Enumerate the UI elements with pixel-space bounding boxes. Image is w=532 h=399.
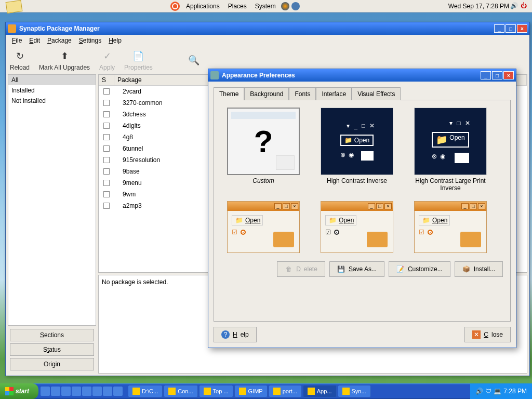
tab-background[interactable]: Background bbox=[244, 87, 289, 100]
sections-button[interactable]: Sections bbox=[10, 329, 94, 341]
close-dialog-button[interactable]: ✕Close bbox=[464, 327, 511, 342]
tab-visual-effects[interactable]: Visual Effects bbox=[352, 87, 401, 100]
install-button[interactable]: 📦Install... bbox=[455, 261, 503, 277]
system-tray[interactable]: 🔊 🛡 💻 7:28 PM bbox=[470, 383, 532, 399]
system-menu[interactable]: System bbox=[251, 2, 280, 11]
menu-settings[interactable]: Settings bbox=[76, 36, 104, 45]
xp-taskbar: start D:\C...Con...Top ...GIMPport...App… bbox=[0, 383, 532, 399]
search-button[interactable]: 🔍 bbox=[187, 54, 201, 67]
tab-interface[interactable]: Interface bbox=[316, 87, 352, 100]
applications-menu[interactable]: Applications bbox=[182, 2, 224, 11]
theme-human-2[interactable]: _□× 📁Open ☑ bbox=[315, 201, 399, 253]
taskbar-task[interactable]: Con... bbox=[164, 385, 197, 397]
firefox-icon[interactable] bbox=[281, 2, 289, 10]
taskbar-task[interactable]: Syn... bbox=[338, 385, 371, 397]
windows-logo-icon bbox=[5, 387, 14, 395]
quick-launch bbox=[38, 387, 125, 396]
theme-label: High Contrast Large Print Inverse bbox=[408, 177, 493, 192]
synaptic-title: Synaptic Package Manager bbox=[19, 25, 493, 32]
menu-file[interactable]: File bbox=[9, 36, 25, 45]
mark-upgrades-button[interactable]: ⬆Mark All Upgrades bbox=[39, 49, 90, 71]
appearance-title: Appearance Preferences bbox=[222, 72, 480, 79]
minimize-button[interactable]: _ bbox=[494, 24, 504, 33]
theme-label: High Contrast Inverse bbox=[327, 177, 387, 184]
apply-button: ✓Apply bbox=[99, 49, 115, 71]
menu-help[interactable]: Help bbox=[105, 36, 125, 45]
synaptic-app-icon bbox=[8, 24, 16, 33]
tray-icon[interactable]: 💻 bbox=[494, 388, 501, 395]
save-icon: 💾 bbox=[337, 265, 345, 273]
origin-button[interactable]: Origin bbox=[10, 358, 94, 370]
taskbar-task[interactable]: App... bbox=[303, 385, 337, 397]
taskbar-task[interactable]: port... bbox=[269, 385, 302, 397]
ql-icon[interactable] bbox=[51, 387, 60, 396]
menu-package[interactable]: Package bbox=[44, 36, 75, 45]
reload-icon: ↻ bbox=[13, 49, 26, 63]
start-button[interactable]: start bbox=[0, 383, 38, 399]
tray-icon[interactable]: 🛡 bbox=[485, 388, 491, 395]
help-button[interactable]: ?Help bbox=[214, 327, 257, 342]
clock[interactable]: Wed Sep 17, 7:28 PM bbox=[448, 3, 509, 10]
taskbar-tasks: D:\C...Con...Top ...GIMPport...App...Syn… bbox=[125, 385, 470, 397]
volume-icon[interactable]: 🔊 bbox=[510, 2, 518, 10]
ql-icon[interactable] bbox=[82, 387, 91, 396]
detail-text: No package is selected. bbox=[102, 278, 168, 286]
theme-custom[interactable]: ? Custom bbox=[221, 108, 305, 192]
menu-edit[interactable]: Edit bbox=[26, 36, 43, 45]
tab-fonts[interactable]: Fonts bbox=[289, 87, 316, 100]
appearance-app-icon bbox=[210, 71, 219, 79]
theme-hc-inverse[interactable]: ▾_□✕ 📁 Open ⊗◉ High Contrast Inverse bbox=[315, 108, 399, 192]
appr-maximize-button[interactable]: □ bbox=[492, 71, 502, 79]
ql-icon[interactable] bbox=[113, 387, 123, 396]
help-icon: ? bbox=[221, 330, 230, 339]
upgrade-icon: ⬆ bbox=[58, 49, 71, 63]
appearance-titlebar[interactable]: Appearance Preferences _ □ × bbox=[208, 69, 516, 82]
save-as-button[interactable]: 💾Save As... bbox=[329, 261, 384, 277]
ql-icon[interactable] bbox=[72, 387, 81, 396]
apply-icon: ✓ bbox=[100, 49, 114, 63]
theme-grid: ? Custom ▾_□✕ 📁 Open ⊗◉ High Contrast In… bbox=[221, 108, 503, 253]
synaptic-menubar: File Edit Package Settings Help bbox=[6, 35, 529, 46]
category-list[interactable]: All Installed Not installed bbox=[8, 74, 96, 326]
status-button[interactable]: Status bbox=[10, 343, 94, 356]
category-all[interactable]: All bbox=[8, 75, 96, 85]
help-icon[interactable] bbox=[291, 2, 300, 10]
ubuntu-logo-icon[interactable] bbox=[170, 2, 180, 11]
synaptic-titlebar[interactable]: Synaptic Package Manager _ □ × bbox=[6, 22, 529, 35]
close-icon: ✕ bbox=[472, 330, 481, 339]
category-not-installed[interactable]: Not installed bbox=[8, 96, 96, 106]
ql-icon[interactable] bbox=[41, 387, 50, 396]
tab-theme[interactable]: Theme bbox=[214, 87, 244, 100]
theme-label: Custom bbox=[252, 177, 274, 184]
appearance-window: Appearance Preferences _ □ × Theme Backg… bbox=[208, 69, 516, 348]
reload-button[interactable]: ↻Reload bbox=[10, 49, 30, 71]
tray-clock[interactable]: 7:28 PM bbox=[503, 388, 527, 395]
close-button[interactable]: × bbox=[517, 24, 527, 33]
shutdown-icon[interactable]: ⏻ bbox=[521, 2, 529, 10]
taskbar-task[interactable]: D:\C... bbox=[128, 385, 163, 397]
appr-close-button[interactable]: × bbox=[503, 71, 514, 79]
tray-icon[interactable]: 🔊 bbox=[475, 388, 483, 395]
install-icon: 📦 bbox=[462, 265, 471, 273]
customize-button[interactable]: 📝Customize... bbox=[389, 261, 450, 277]
category-installed[interactable]: Installed bbox=[8, 85, 96, 96]
properties-button: 📄Properties bbox=[124, 49, 153, 71]
desktop-mail-icon[interactable] bbox=[6, 1, 25, 17]
ql-icon[interactable] bbox=[92, 387, 102, 396]
ql-icon[interactable] bbox=[103, 387, 112, 396]
taskbar-task[interactable]: Top ... bbox=[199, 385, 233, 397]
theme-human-1[interactable]: _□× 📁Open ☑ bbox=[221, 201, 305, 253]
ql-icon[interactable] bbox=[61, 387, 71, 396]
theme-human-3[interactable]: _□× 📁Open ☑ bbox=[408, 201, 493, 253]
maximize-button[interactable]: □ bbox=[506, 24, 516, 33]
places-menu[interactable]: Places bbox=[224, 2, 251, 11]
delete-button: 🗑Delete bbox=[277, 261, 325, 277]
appr-minimize-button[interactable]: _ bbox=[481, 71, 491, 79]
gnome-top-panel: Applications Places System Wed Sep 17, 7… bbox=[0, 0, 532, 12]
properties-icon: 📄 bbox=[131, 49, 145, 63]
theme-hc-large-inverse[interactable]: ▾□✕ 📁Open ⊗◉ High Contrast Large Print I… bbox=[408, 108, 493, 192]
search-icon: 🔍 bbox=[187, 54, 201, 67]
delete-icon: 🗑 bbox=[285, 265, 293, 273]
taskbar-task[interactable]: GIMP bbox=[234, 385, 268, 397]
col-status[interactable]: S bbox=[99, 75, 114, 85]
